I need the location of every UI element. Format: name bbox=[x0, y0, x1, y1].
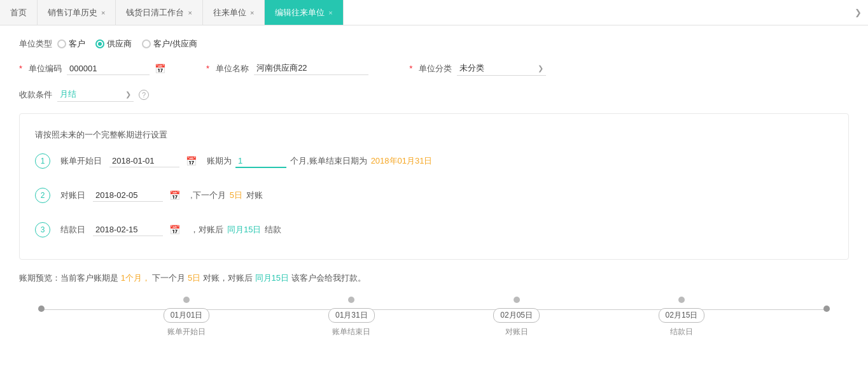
step3-suffix-post: 结款 bbox=[265, 224, 281, 236]
tab-expand-btn[interactable]: ❯ bbox=[848, 0, 868, 25]
step3-calendar-icon[interactable]: 📅 bbox=[169, 225, 180, 235]
tab-cash-work-label: 钱货日清工作台 bbox=[126, 7, 184, 18]
step2-suffix-highlight: 5日 bbox=[230, 190, 242, 201]
payment-terms-row: 收款条件 月结 ❯ ? bbox=[19, 87, 849, 102]
step3-suffix-pre: ，对账后 bbox=[190, 224, 223, 236]
payment-terms-chevron: ❯ bbox=[125, 90, 131, 99]
preview-text: 账期预览：当前客户账期是 1个月， 下一个月 5日 对账，对账后 同月15日 该… bbox=[19, 272, 849, 284]
tab-cash-work-close[interactable]: × bbox=[188, 9, 192, 17]
timeline-node-3: 02月05日 对账日 bbox=[493, 297, 540, 337]
tab-sales-history-close[interactable]: × bbox=[101, 9, 105, 17]
radio-customer-label: 客户 bbox=[69, 38, 85, 50]
tl-label-1: 账单开始日 bbox=[167, 327, 206, 337]
radio-customer-circle bbox=[57, 39, 66, 48]
unit-category-field: * 单位分类 未分类 ❯ bbox=[409, 61, 546, 76]
unit-code-icon[interactable]: 📅 bbox=[155, 64, 165, 74]
unit-name-input[interactable] bbox=[254, 62, 368, 75]
tl-dot-2 bbox=[348, 297, 354, 303]
step3-row: 3 结款日 📅 ，对账后 同月15日 结款 bbox=[35, 222, 833, 237]
unit-category-label: 单位分类 bbox=[419, 63, 452, 74]
radio-supplier-label: 供应商 bbox=[107, 38, 132, 50]
preview-suffix: 该客户会给我打款。 bbox=[291, 273, 366, 283]
tab-partner[interactable]: 往来单位 × bbox=[203, 0, 265, 25]
preview-mid2: 对账，对账后 bbox=[203, 273, 253, 283]
unit-name-star: * bbox=[206, 64, 209, 73]
timeline-right-cap-dot bbox=[823, 306, 830, 312]
tab-edit-partner-close[interactable]: × bbox=[328, 9, 332, 17]
tl-badge-2: 01月31日 bbox=[328, 308, 375, 323]
tl-dot-1 bbox=[183, 297, 190, 303]
radio-supplier-circle bbox=[95, 39, 104, 48]
tab-bar: 首页 销售订单历史 × 钱货日清工作台 × 往来单位 × 编辑往来单位 × ❯ bbox=[0, 0, 868, 25]
unit-category-star: * bbox=[409, 64, 412, 73]
tab-sales-history[interactable]: 销售订单历史 × bbox=[38, 0, 116, 25]
step1-period-input[interactable] bbox=[235, 155, 286, 168]
tab-sales-history-label: 销售订单历史 bbox=[48, 7, 97, 18]
unit-category-value: 未分类 bbox=[459, 62, 484, 74]
step2-row: 2 对账日 📅 ,下一个月 5日 对账 bbox=[35, 188, 833, 203]
timeline-cap-dot bbox=[38, 306, 45, 312]
timeline-right-cap bbox=[823, 297, 830, 312]
step1-date-input[interactable] bbox=[109, 155, 179, 167]
unit-category-select[interactable]: 未分类 ❯ bbox=[457, 61, 546, 76]
tab-home[interactable]: 首页 bbox=[0, 0, 38, 25]
unit-type-field: 单位类型 客户 供应商 客户/供应商 bbox=[19, 38, 197, 50]
step3-num: 3 bbox=[35, 222, 50, 237]
payment-terms-select[interactable]: 月结 ❯ bbox=[57, 87, 134, 102]
step1-num: 1 bbox=[35, 153, 50, 169]
step2-suffix-post: 对账 bbox=[246, 190, 263, 201]
unit-name-field: * 单位名称 bbox=[206, 62, 368, 75]
tl-dot-4 bbox=[678, 297, 685, 303]
tab-home-label: 首页 bbox=[10, 7, 27, 18]
radio-customer-supplier[interactable]: 客户/供应商 bbox=[142, 38, 197, 50]
step3-label: 结款日 bbox=[60, 224, 85, 236]
step3-suffix-highlight: 同月15日 bbox=[227, 224, 261, 236]
tab-partner-label: 往来单位 bbox=[213, 7, 246, 18]
timeline-nodes: 01月01日 账单开始日 01月31日 账单结束日 02月05日 对账日 02月… bbox=[38, 297, 830, 337]
payment-terms-value: 月结 bbox=[60, 88, 76, 100]
step2-suffix-pre: ,下一个月 bbox=[190, 190, 226, 201]
payment-terms-field: 收款条件 月结 ❯ ? bbox=[19, 87, 149, 102]
radio-customer-supplier-label: 客户/供应商 bbox=[153, 38, 197, 50]
tl-label-2: 账单结束日 bbox=[332, 327, 370, 337]
tab-partner-close[interactable]: × bbox=[250, 9, 254, 17]
unit-type-radio-group: 客户 供应商 客户/供应商 bbox=[57, 38, 197, 50]
step2-calendar-icon[interactable]: 📅 bbox=[169, 190, 180, 201]
radio-customer-supplier-circle bbox=[142, 39, 151, 48]
radio-supplier[interactable]: 供应商 bbox=[95, 38, 132, 50]
unit-code-input[interactable] bbox=[67, 62, 150, 75]
step2-num: 2 bbox=[35, 188, 50, 203]
tl-badge-4: 02月15日 bbox=[659, 308, 705, 323]
tl-label-4: 结款日 bbox=[670, 327, 693, 337]
tl-dot-3 bbox=[514, 297, 520, 303]
step1-calendar-icon[interactable]: 📅 bbox=[186, 156, 197, 166]
payment-terms-help[interactable]: ? bbox=[139, 90, 149, 100]
preview-highlight2: 5日 bbox=[188, 273, 200, 283]
main-content: 单位类型 客户 供应商 客户/供应商 * 单位编码 bbox=[0, 25, 868, 387]
unit-category-chevron: ❯ bbox=[538, 64, 543, 73]
radio-customer[interactable]: 客户 bbox=[57, 38, 85, 50]
settings-card: 请按照未来的一个完整帐期进行设置 1 账单开始日 📅 账期为 个月,账单结束日期… bbox=[19, 113, 849, 260]
step3-date-input[interactable] bbox=[93, 223, 163, 236]
step2-label: 对账日 bbox=[60, 190, 85, 201]
step1-period-label: 账期为 bbox=[207, 155, 232, 167]
tl-label-3: 对账日 bbox=[505, 327, 528, 337]
preview-highlight1: 1个月， bbox=[121, 273, 150, 283]
tab-edit-partner[interactable]: 编辑往来单位 × bbox=[265, 0, 343, 25]
preview-prefix: 账期预览：当前客户账期是 bbox=[19, 273, 118, 283]
unit-code-star: * bbox=[19, 64, 22, 73]
timeline-node-4: 02月15日 结款日 bbox=[659, 297, 705, 337]
card-instruction: 请按照未来的一个完整帐期进行设置 bbox=[35, 129, 833, 141]
step1-row: 1 账单开始日 📅 账期为 个月,账单结束日期为 2018年01月31日 bbox=[35, 153, 833, 169]
step2-date-input[interactable] bbox=[93, 189, 163, 202]
unit-details-row: * 单位编码 📅 * 单位名称 * 单位分类 未分类 ❯ bbox=[19, 61, 849, 76]
tab-cash-work[interactable]: 钱货日清工作台 × bbox=[116, 0, 202, 25]
timeline-left-cap bbox=[38, 297, 45, 312]
unit-type-row: 单位类型 客户 供应商 客户/供应商 bbox=[19, 38, 849, 50]
timeline-node-1: 01月01日 账单开始日 bbox=[164, 297, 210, 337]
tl-badge-3: 02月05日 bbox=[493, 308, 540, 323]
unit-code-label: 单位编码 bbox=[29, 63, 62, 74]
preview-highlight3: 同月15日 bbox=[255, 273, 289, 283]
step1-period-unit: 个月,账单结束日期为 bbox=[290, 155, 367, 167]
tab-edit-partner-label: 编辑往来单位 bbox=[275, 7, 325, 18]
